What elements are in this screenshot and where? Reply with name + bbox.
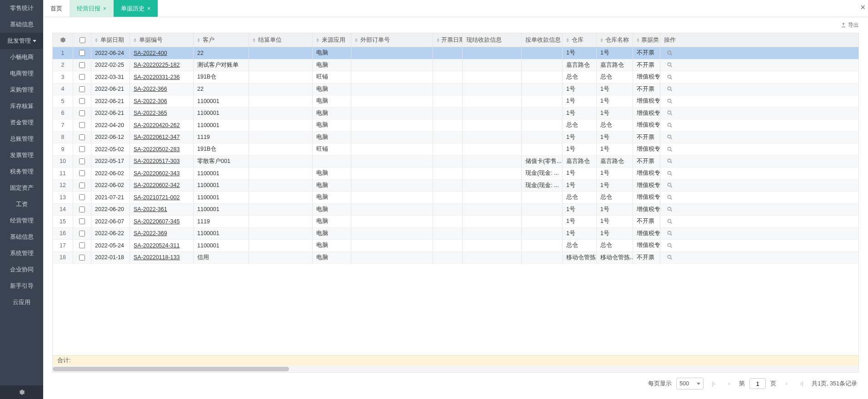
sidebar-item-12[interactable]: 工资 bbox=[0, 196, 43, 212]
magnifier-icon[interactable] bbox=[667, 146, 673, 153]
first-page-button[interactable]: |‹ bbox=[708, 378, 719, 389]
magnifier-icon[interactable] bbox=[667, 254, 673, 261]
col-settle[interactable]: 结算单位 bbox=[249, 33, 313, 47]
magnifier-icon[interactable] bbox=[667, 230, 673, 236]
sidebar-settings[interactable] bbox=[0, 385, 43, 399]
sidebar-item-14[interactable]: 基础信息 bbox=[0, 229, 43, 245]
table-row[interactable]: 72022-04-20SA-20220420-2621100001电脑总仓总仓增… bbox=[53, 119, 858, 132]
doc-no-link[interactable]: SA-20220331-236 bbox=[134, 74, 180, 80]
table-row[interactable]: 82022-06-12SA-20220612-3471119电脑1号1号不开票 bbox=[53, 132, 858, 144]
col-invoice-type[interactable]: 票据类 bbox=[633, 33, 660, 47]
row-checkbox[interactable] bbox=[79, 122, 85, 128]
table-row[interactable]: 92022-05-02SA-20220502-283191B仓旺铺1号1号增值税… bbox=[53, 143, 858, 156]
table-row[interactable]: 32022-03-31SA-20220331-236191B仓旺铺总仓总仓增值税… bbox=[53, 71, 858, 84]
sidebar-item-3[interactable]: 小畅电商 bbox=[0, 49, 43, 65]
magnifier-icon[interactable] bbox=[667, 74, 673, 80]
sidebar-item-15[interactable]: 系统管理 bbox=[0, 245, 43, 261]
doc-no-link[interactable]: SA-2022-365 bbox=[134, 110, 167, 116]
col-warehouse-name[interactable]: 仓库名称 bbox=[597, 33, 633, 47]
doc-no-link[interactable]: SA-2022-369 bbox=[134, 230, 167, 236]
sidebar-item-4[interactable]: 电商管理 bbox=[0, 65, 43, 82]
magnifier-icon[interactable] bbox=[667, 194, 673, 201]
sidebar-item-1[interactable]: 基础信息 bbox=[0, 16, 43, 33]
magnifier-icon[interactable] bbox=[667, 242, 673, 249]
sidebar-item-6[interactable]: 库存核算 bbox=[0, 98, 43, 114]
row-checkbox[interactable] bbox=[79, 98, 85, 104]
magnifier-icon[interactable] bbox=[667, 218, 673, 225]
row-checkbox[interactable] bbox=[79, 74, 85, 80]
table-row[interactable]: 132021-07-21SA-20210721-0021100001电脑总仓总仓… bbox=[53, 192, 858, 204]
row-checkbox[interactable] bbox=[79, 170, 85, 176]
row-checkbox[interactable] bbox=[79, 110, 85, 116]
scrollbar-thumb[interactable] bbox=[53, 367, 289, 371]
doc-no-link[interactable]: SA-20220524-311 bbox=[134, 242, 180, 249]
row-checkbox[interactable] bbox=[79, 146, 85, 152]
doc-no-link[interactable]: SA-2022-366 bbox=[134, 86, 167, 92]
sidebar-item-2[interactable]: 批发管理 bbox=[0, 33, 43, 49]
last-page-button[interactable]: ›| bbox=[796, 378, 807, 389]
col-ext-order[interactable]: 外部订单号 bbox=[351, 33, 433, 47]
table-row[interactable]: 22022-02-25SA-20220225-182测试客户对账单电脑嘉言路仓嘉… bbox=[53, 59, 858, 72]
sidebar-item-10[interactable]: 税务管理 bbox=[0, 163, 43, 180]
col-select-all[interactable] bbox=[73, 33, 91, 47]
doc-no-link[interactable]: SA-20220602-342 bbox=[134, 182, 180, 188]
doc-no-link[interactable]: SA-20220118-133 bbox=[134, 254, 180, 261]
next-page-button[interactable]: › bbox=[781, 378, 792, 389]
table-row[interactable]: 152022-06-07SA-20220607-3451119电脑1号1号不开票 bbox=[53, 216, 858, 228]
sidebar-item-8[interactable]: 总账管理 bbox=[0, 131, 43, 147]
magnifier-icon[interactable] bbox=[667, 170, 673, 177]
sidebar-item-7[interactable]: 资金管理 bbox=[0, 114, 43, 131]
row-checkbox[interactable] bbox=[79, 207, 85, 212]
horizontal-scrollbar[interactable] bbox=[53, 366, 858, 372]
row-checkbox[interactable] bbox=[79, 50, 85, 56]
doc-no-link[interactable]: SA-20220225-182 bbox=[134, 62, 180, 68]
magnifier-icon[interactable] bbox=[667, 98, 673, 104]
doc-no-link[interactable]: SA-20220420-262 bbox=[134, 122, 180, 128]
magnifier-icon[interactable] bbox=[667, 182, 673, 188]
prev-page-button[interactable]: ‹ bbox=[723, 378, 734, 389]
sidebar-item-0[interactable]: 零售统计 bbox=[0, 0, 43, 16]
magnifier-icon[interactable] bbox=[667, 206, 673, 212]
doc-no-link[interactable]: SA-20220612-347 bbox=[134, 134, 180, 140]
per-page-select[interactable]: 500 bbox=[676, 378, 703, 389]
sidebar-item-11[interactable]: 固定资产 bbox=[0, 180, 43, 196]
row-checkbox[interactable] bbox=[79, 231, 85, 236]
page-input[interactable] bbox=[749, 378, 766, 389]
doc-no-link[interactable]: SA-2022-400 bbox=[134, 50, 167, 56]
table-row[interactable]: 112022-06-02SA-20220602-3431100001电脑现金(现… bbox=[53, 167, 858, 180]
table-row[interactable]: 62022-06-21SA-2022-3651100001电脑1号1号增值税专 bbox=[53, 108, 858, 120]
sidebar-item-16[interactable]: 企业协同 bbox=[0, 261, 43, 278]
doc-no-link[interactable]: SA-2022-306 bbox=[134, 98, 167, 104]
close-icon[interactable]: × bbox=[147, 6, 150, 11]
col-source[interactable]: 来源应用 bbox=[313, 33, 351, 47]
row-checkbox[interactable] bbox=[79, 255, 85, 261]
table-body[interactable]: 12022-06-24SA-2022-40022电脑1号1号不开票22022-0… bbox=[53, 47, 858, 355]
sidebar-item-17[interactable]: 新手引导 bbox=[0, 278, 43, 294]
magnifier-icon[interactable] bbox=[667, 86, 673, 92]
table-row[interactable]: 122022-06-02SA-20220602-3421100001电脑现金(现… bbox=[53, 180, 858, 192]
sidebar-item-13[interactable]: 经营管理 bbox=[0, 212, 43, 229]
select-all-checkbox[interactable] bbox=[80, 37, 85, 43]
col-gear[interactable] bbox=[53, 33, 73, 47]
col-invoice-date[interactable]: 开票日期 bbox=[433, 33, 463, 47]
doc-no-link[interactable]: SA-2022-361 bbox=[134, 206, 167, 212]
row-checkbox[interactable] bbox=[79, 86, 85, 92]
row-checkbox[interactable] bbox=[79, 182, 85, 188]
row-checkbox[interactable] bbox=[79, 158, 85, 164]
row-checkbox[interactable] bbox=[79, 62, 85, 68]
row-checkbox[interactable] bbox=[79, 194, 85, 200]
sidebar-item-18[interactable]: 云应用 bbox=[0, 294, 43, 310]
tab-1[interactable]: 经营日报× bbox=[70, 0, 114, 17]
magnifier-icon[interactable] bbox=[667, 158, 673, 164]
doc-no-link[interactable]: SA-20220502-283 bbox=[134, 146, 180, 153]
magnifier-icon[interactable] bbox=[667, 134, 673, 140]
table-row[interactable]: 142022-06-20SA-2022-3611100001电脑1号1号增值税专 bbox=[53, 204, 858, 216]
magnifier-icon[interactable] bbox=[667, 50, 673, 56]
col-warehouse[interactable]: 仓库 bbox=[563, 33, 597, 47]
col-bill[interactable]: 按单收款信息 bbox=[522, 33, 563, 47]
tab-2[interactable]: 单据历史× bbox=[114, 0, 158, 17]
magnifier-icon[interactable] bbox=[667, 62, 673, 68]
table-row[interactable]: 182022-01-18SA-20220118-133信用电脑移动仓管拣...移… bbox=[53, 252, 858, 264]
tab-0[interactable]: 首页 bbox=[43, 0, 70, 17]
table-row[interactable]: 102022-05-17SA-20220517-303零散客户001储值卡(零售… bbox=[53, 156, 858, 168]
